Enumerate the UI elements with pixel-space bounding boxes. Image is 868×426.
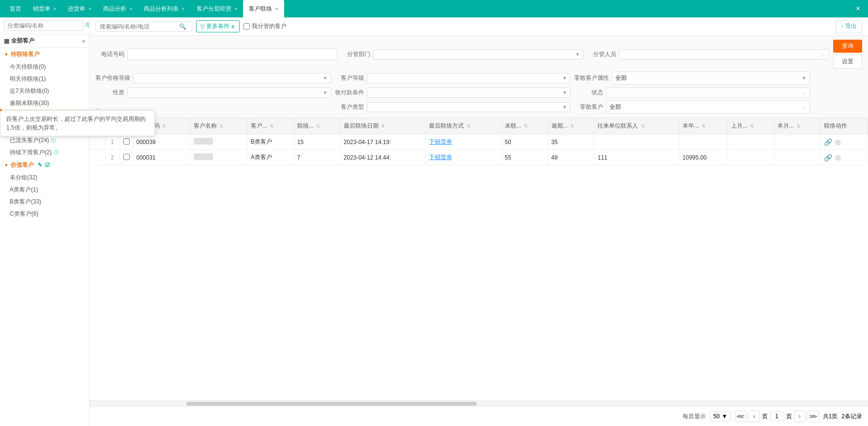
filter-search-input[interactable] bbox=[100, 23, 177, 30]
horizontal-scrollbar[interactable] bbox=[90, 400, 868, 406]
sidebar-item-today[interactable]: 今天待联络(0) bbox=[0, 61, 89, 73]
row1-contact-count: 15 bbox=[294, 134, 340, 150]
row1-name bbox=[190, 134, 247, 150]
sidebar: 🔍 ▦ 全部客户 » ▼ 待联络客户 今天待联络(0) 明天待联络(1) 近7天… bbox=[0, 17, 90, 426]
close-product-analysis-tab[interactable]: × bbox=[129, 6, 132, 12]
row2-link-icon[interactable]: 🔗 bbox=[824, 154, 832, 162]
content-area: 🔍 ▽ 更多条件 ∧ 我分管的客户 ↑ 导出 电话号码 bbox=[90, 17, 868, 426]
row1-link-icon[interactable]: 🔗 bbox=[824, 138, 832, 146]
edit-icon-value[interactable]: ✎ bbox=[38, 162, 42, 168]
col-last-date[interactable]: 最后联络日期 ⇅ bbox=[340, 118, 426, 134]
sidebar-group-value[interactable]: ▼ 价值客户 ✎ ☑ bbox=[0, 159, 89, 172]
sidebar-group-pending[interactable]: ▼ 待联络客户 bbox=[0, 48, 89, 61]
sidebar-item-class-b[interactable]: B类客户(33) bbox=[0, 196, 89, 208]
status-select[interactable]: … bbox=[606, 88, 810, 98]
query-button[interactable]: 查询 bbox=[833, 40, 862, 53]
export-icon: ↑ bbox=[841, 23, 844, 30]
prev-page-button[interactable]: ‹ bbox=[748, 411, 760, 422]
row2-overdue: 48 bbox=[548, 150, 594, 165]
close-sales-tab[interactable]: × bbox=[53, 6, 56, 12]
per-page-select[interactable]: 50 ▼ bbox=[710, 411, 731, 422]
col-contact-count[interactable]: 联络... ⇅ bbox=[294, 118, 340, 134]
row1-type: B类客户 bbox=[247, 134, 294, 150]
row1-checkbox[interactable] bbox=[123, 138, 130, 145]
row1-last-date: 2023-04-17 14:19: bbox=[340, 134, 426, 150]
page-input[interactable] bbox=[770, 411, 784, 421]
nav-customer-tier[interactable]: 客户分层经营 × bbox=[191, 0, 243, 17]
nav-product-analysis[interactable]: 商品分析 × bbox=[97, 0, 138, 17]
more-conditions-button[interactable]: ▽ 更多条件 ∧ bbox=[196, 20, 240, 32]
row2-settings bbox=[90, 150, 105, 165]
close-purchase-tab[interactable]: × bbox=[88, 6, 91, 12]
payment-select[interactable]: ▼ bbox=[367, 88, 571, 98]
col-overdue[interactable]: 逾期... ⇅ bbox=[548, 118, 594, 134]
col-last-method[interactable]: 最后联络方式 ⇅ bbox=[426, 118, 502, 134]
close-customer-contact-tab[interactable]: × bbox=[275, 6, 278, 12]
col-last-month[interactable]: 上月... ⇅ bbox=[728, 118, 775, 134]
scrollbar-thumb[interactable] bbox=[186, 402, 477, 406]
page-label-2: 页 bbox=[786, 412, 792, 421]
row1-grid-icon[interactable]: ⊞ bbox=[835, 138, 841, 146]
nav-product-analysis-list[interactable]: 商品分析列表 × bbox=[138, 0, 190, 17]
col-this-month[interactable]: 本月... ⇅ bbox=[775, 118, 821, 134]
sidebar-item-declining[interactable]: 持续下滑客户(2) ⓘ bbox=[0, 147, 89, 159]
price-level-select[interactable]: ▼ bbox=[133, 73, 331, 83]
settings-icon-value[interactable]: ☑ bbox=[45, 162, 50, 168]
col-company-contact[interactable]: 往来单位联系人 ⇅ bbox=[594, 118, 679, 134]
customer-level-select[interactable]: ▼ bbox=[367, 73, 571, 83]
row2-contact-count: 7 bbox=[294, 150, 340, 165]
filter-search-icon[interactable]: 🔍 bbox=[179, 23, 186, 30]
row1-code: 000039 bbox=[133, 134, 190, 150]
row2-last-method[interactable]: 下销货单 bbox=[426, 150, 502, 165]
status-arrow-icon: … bbox=[802, 90, 807, 95]
row2-grid-icon[interactable]: ⊞ bbox=[835, 154, 841, 162]
retail-customer-select[interactable]: 全部 … bbox=[606, 101, 810, 114]
my-customers-checkbox[interactable] bbox=[244, 23, 250, 29]
row2-checkbox-cell bbox=[120, 150, 133, 165]
table-row: 1 000039 B类客户 15 2023-04-17 14:19: 下销货单 bbox=[90, 134, 868, 150]
close-customer-tier-tab[interactable]: × bbox=[234, 6, 237, 12]
nature-select[interactable]: ▼ bbox=[127, 88, 331, 98]
col-this-year[interactable]: 本年... ⇅ bbox=[679, 118, 728, 134]
total-pages-label: 共1页 bbox=[823, 412, 838, 421]
sidebar-all-customers[interactable]: ▦ 全部客户 » bbox=[0, 34, 89, 48]
row2-num: 2 bbox=[105, 150, 120, 165]
nav-customer-contact[interactable]: 客户联络 × bbox=[243, 0, 284, 17]
export-button[interactable]: ↑ 导出 bbox=[836, 20, 862, 32]
sidebar-item-7days[interactable]: 近7天待联络(0) bbox=[0, 85, 89, 97]
row2-checkbox[interactable] bbox=[123, 154, 130, 160]
sidebar-search-icon[interactable]: 🔍 bbox=[85, 22, 90, 29]
sidebar-item-tomorrow[interactable]: 明天待联络(1) bbox=[0, 73, 89, 85]
sidebar-search-input[interactable] bbox=[4, 20, 83, 31]
phone-input[interactable] bbox=[127, 48, 337, 60]
next-page-button[interactable]: › bbox=[794, 411, 806, 422]
sidebar-item-ungrouped[interactable]: 未分组(32) bbox=[0, 172, 89, 184]
col-type[interactable]: 客户... ⇅ bbox=[247, 118, 294, 134]
col-name[interactable]: 客户名称 ⇅ bbox=[190, 118, 247, 134]
last-page-button[interactable]: ⋙ bbox=[807, 411, 819, 422]
col-uncontacted[interactable]: 未联... ⇅ bbox=[502, 118, 548, 134]
first-page-button[interactable]: ⋘ bbox=[735, 411, 746, 422]
manager-select[interactable]: … bbox=[619, 49, 829, 59]
sidebar-item-overdue[interactable]: 逾期未联络(30) bbox=[0, 97, 89, 109]
table-row: 2 000031 A类客户 7 2023-04-12 14:44: 下销货单 bbox=[90, 150, 868, 165]
close-all-button[interactable]: × bbox=[852, 4, 864, 13]
row1-last-method[interactable]: 下销货单 bbox=[426, 134, 502, 150]
department-select[interactable]: ▼ bbox=[373, 49, 583, 59]
filter-customer-type: 客户类型 ▼ bbox=[335, 102, 571, 112]
per-page-arrow-icon: ▼ bbox=[722, 413, 728, 420]
filter-retail-attr: 零散客户属性 全部 ▼ bbox=[574, 72, 810, 85]
nav-sales[interactable]: 销货单 × bbox=[27, 0, 62, 17]
nav-home[interactable]: 首页 bbox=[4, 0, 27, 17]
close-product-analysis-list-tab[interactable]: × bbox=[182, 6, 184, 12]
customer-type-arrow-icon: ▼ bbox=[562, 104, 567, 110]
row2-action-buttons: 🔗 ⊞ bbox=[824, 154, 865, 162]
sidebar-item-class-a[interactable]: A类客户(1) bbox=[0, 184, 89, 196]
settings-button[interactable]: 设置 bbox=[833, 55, 862, 69]
retail-attr-select[interactable]: 全部 ▼ bbox=[612, 72, 810, 85]
dots-icon-left[interactable]: … bbox=[95, 104, 101, 111]
customer-type-select[interactable]: ▼ bbox=[367, 102, 571, 112]
row1-name-blur bbox=[194, 138, 213, 145]
nav-purchase[interactable]: 进货单 × bbox=[62, 0, 97, 17]
sidebar-item-class-c[interactable]: C类客户(6) bbox=[0, 208, 89, 220]
